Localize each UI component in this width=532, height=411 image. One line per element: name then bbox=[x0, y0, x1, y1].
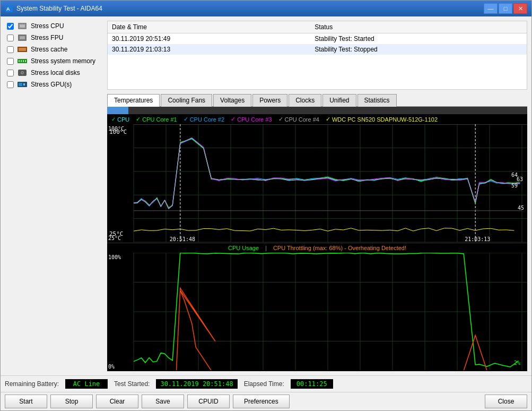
gpu-icon bbox=[17, 80, 28, 89]
main-window: A System Stability Test - AIDA64 — □ ✕ S… bbox=[0, 0, 532, 411]
maximize-button[interactable]: □ bbox=[499, 3, 512, 14]
svg-text:100°C: 100°C bbox=[108, 126, 124, 132]
svg-text:59: 59 bbox=[511, 183, 518, 189]
log-row-1: 30.11.2019 21:03:13 Stability Test: Stop… bbox=[108, 44, 527, 55]
stress-gpu-checkbox[interactable] bbox=[7, 81, 14, 88]
stress-fpu-label: Stress FPU bbox=[31, 34, 63, 41]
scrollbar-area[interactable] bbox=[107, 107, 527, 114]
svg-text:45: 45 bbox=[518, 205, 524, 211]
stop-button[interactable]: Stop bbox=[50, 395, 93, 408]
log-row-0: 30.11.2019 20:51:49 Stability Test: Star… bbox=[108, 33, 527, 45]
svg-rect-12 bbox=[25, 60, 26, 62]
upper-chart-svg: 100°C 25°C 4564635920:51:4821:03:13100°C… bbox=[107, 124, 527, 242]
log-datetime-1: 30.11.2019 21:03:13 bbox=[108, 44, 310, 55]
start-button[interactable]: Start bbox=[5, 395, 47, 408]
elapsed-label: Elapsed Time: bbox=[244, 380, 284, 388]
chart-area: ✓ CPU ✓ CPU Core #1 ✓ CPU Core #2 bbox=[107, 107, 527, 371]
battery-value: AC Line bbox=[65, 379, 108, 389]
svg-rect-7 bbox=[19, 48, 26, 51]
stress-disks-label: Stress local disks bbox=[31, 69, 80, 76]
left-panel: Stress CPU Stress FPU Stress cache bbox=[5, 21, 103, 371]
upper-chart: ✓ CPU ✓ CPU Core #1 ✓ CPU Core #2 bbox=[107, 114, 527, 243]
status-bar: Remaining Battery: AC Line Test Started:… bbox=[1, 375, 531, 392]
svg-rect-17 bbox=[19, 83, 22, 86]
stress-gpu-item[interactable]: Stress GPU(s) bbox=[5, 79, 103, 90]
svg-text:20:51:48: 20:51:48 bbox=[170, 236, 195, 242]
stress-cache-item[interactable]: Stress cache bbox=[5, 44, 103, 55]
tab-cooling-fans[interactable]: Cooling Fans bbox=[161, 94, 212, 107]
lower-chart: CPU Usage | CPU Throttling (max: 68%) - … bbox=[107, 243, 527, 372]
stress-gpu-label: Stress GPU(s) bbox=[31, 81, 72, 88]
svg-text:63: 63 bbox=[517, 176, 523, 182]
stress-fpu-item[interactable]: Stress FPU bbox=[5, 32, 103, 43]
close-button[interactable]: Close bbox=[485, 395, 527, 408]
stress-memory-checkbox[interactable] bbox=[7, 58, 14, 65]
svg-rect-18 bbox=[23, 83, 25, 85]
svg-rect-11 bbox=[23, 60, 24, 62]
tab-powers[interactable]: Powers bbox=[252, 94, 287, 107]
app-icon: A bbox=[5, 4, 13, 13]
stress-cpu-label: Stress CPU bbox=[31, 22, 64, 30]
col-status: Status bbox=[310, 21, 527, 33]
tab-unified[interactable]: Unified bbox=[322, 94, 356, 107]
save-button[interactable]: Save bbox=[142, 395, 184, 408]
legend-wdc: ✓ WDC PC SN520 SDAPNUW-512G-1102 bbox=[326, 116, 438, 123]
svg-text:A: A bbox=[6, 6, 10, 12]
svg-rect-10 bbox=[21, 60, 22, 62]
svg-text:25°C: 25°C bbox=[108, 235, 121, 241]
button-bar: Start Stop Clear Save CPUID Preferences … bbox=[1, 392, 531, 410]
log-status-0: Stability Test: Started bbox=[310, 33, 527, 45]
clear-button[interactable]: Clear bbox=[96, 395, 138, 408]
close-title-button[interactable]: ✕ bbox=[513, 3, 527, 14]
legend-cpu: ✓ CPU bbox=[111, 116, 129, 123]
log-table: Date & Time Status 30.11.2019 20:51:49 S… bbox=[107, 21, 527, 90]
log-status-1: Stability Test: Stopped bbox=[310, 44, 527, 55]
svg-point-15 bbox=[22, 72, 23, 73]
title-bar: A System Stability Test - AIDA64 — □ ✕ bbox=[1, 1, 531, 16]
elapsed-value: 00:11:25 bbox=[291, 379, 333, 389]
tab-voltages[interactable]: Voltages bbox=[213, 94, 251, 107]
stress-memory-label: Stress system memory bbox=[31, 57, 95, 65]
preferences-button[interactable]: Preferences bbox=[233, 395, 290, 408]
stress-cache-label: Stress cache bbox=[31, 46, 67, 53]
stress-cpu-checkbox[interactable] bbox=[7, 23, 14, 30]
stress-cpu-item[interactable]: Stress CPU bbox=[5, 21, 103, 31]
svg-rect-9 bbox=[19, 60, 20, 62]
tabs-area: Temperatures Cooling Fans Voltages Power… bbox=[107, 94, 527, 371]
tab-bar: Temperatures Cooling Fans Voltages Power… bbox=[107, 94, 527, 107]
log-datetime-0: 30.11.2019 20:51:49 bbox=[108, 33, 310, 45]
svg-text:21:03:13: 21:03:13 bbox=[465, 236, 490, 242]
stress-fpu-checkbox[interactable] bbox=[7, 35, 14, 41]
battery-label: Remaining Battery: bbox=[5, 380, 59, 388]
svg-rect-3 bbox=[20, 24, 25, 28]
stress-disks-item[interactable]: Stress local disks bbox=[5, 67, 103, 78]
legend-core2: ✓ CPU Core #2 bbox=[184, 116, 224, 123]
disk-icon bbox=[17, 68, 28, 77]
cache-icon bbox=[17, 45, 28, 54]
tab-temperatures[interactable]: Temperatures bbox=[107, 94, 160, 107]
scroll-thumb[interactable] bbox=[107, 107, 128, 114]
tab-clocks[interactable]: Clocks bbox=[289, 94, 321, 107]
window-title: System Stability Test - AIDA64 bbox=[16, 5, 484, 12]
stress-cache-checkbox[interactable] bbox=[7, 46, 14, 53]
test-started-label: Test Started: bbox=[114, 380, 150, 388]
stress-disks-checkbox[interactable] bbox=[7, 70, 14, 76]
stress-memory-item[interactable]: Stress system memory bbox=[5, 56, 103, 66]
svg-text:2%: 2% bbox=[514, 360, 520, 366]
cpuid-button[interactable]: CPUID bbox=[187, 395, 230, 408]
minimize-button[interactable]: — bbox=[484, 3, 498, 14]
col-datetime: Date & Time bbox=[108, 21, 310, 33]
cpu-icon bbox=[17, 22, 28, 30]
ram-icon bbox=[17, 57, 28, 65]
lower-legend: CPU Usage | CPU Throttling (max: 68%) - … bbox=[107, 243, 527, 253]
lower-chart-svg: 100%0%2%0% bbox=[107, 253, 527, 371]
right-panel: Date & Time Status 30.11.2019 20:51:49 S… bbox=[107, 21, 527, 371]
svg-rect-5 bbox=[20, 36, 25, 39]
legend-core4: ✓ CPU Core #4 bbox=[278, 116, 319, 123]
svg-text:0%: 0% bbox=[108, 364, 115, 370]
title-bar-buttons: — □ ✕ bbox=[484, 3, 527, 14]
legend-core1: ✓ CPU Core #1 bbox=[136, 116, 177, 123]
upper-legend: ✓ CPU ✓ CPU Core #1 ✓ CPU Core #2 bbox=[107, 114, 527, 124]
test-started-value: 30.11.2019 20:51:48 bbox=[156, 379, 237, 389]
tab-statistics[interactable]: Statistics bbox=[357, 94, 397, 107]
